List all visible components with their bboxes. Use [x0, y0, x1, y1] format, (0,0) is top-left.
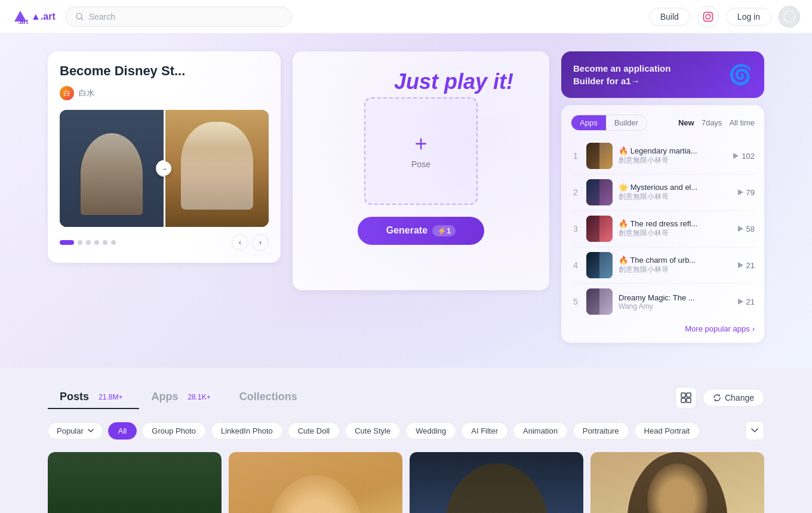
filter-tag-head-portrait[interactable]: Head Portrait	[634, 422, 700, 440]
filter-tag-wedding[interactable]: Wedding	[405, 422, 456, 440]
apps-list: 1 🔥 Legendary martia... 創意無限小林哥	[571, 138, 755, 320]
app-info-4: 🔥 The charm of urb... 創意無限小林哥	[619, 256, 731, 275]
avatar-icon	[783, 11, 795, 23]
middle-card: + Pose Generate ⚡1	[293, 51, 549, 290]
app-creator-5: Wang Amy	[619, 302, 731, 311]
instagram-button[interactable]	[697, 6, 719, 27]
app-title-2: Mysterious and el...	[630, 183, 698, 192]
app-plays-1: 102	[732, 152, 755, 161]
play-count-1: 102	[742, 152, 755, 161]
refresh-icon	[713, 394, 721, 402]
more-link-text: More popular apps	[685, 324, 749, 333]
filter-tag-cute-doll[interactable]: Cute Doll	[288, 422, 340, 440]
filter-alltime[interactable]: All time	[729, 118, 755, 127]
logo[interactable]: .art ▲.art	[12, 8, 56, 25]
filter-tag-animation[interactable]: Animation	[513, 422, 568, 440]
search-input[interactable]	[89, 12, 282, 21]
filter-tag-group-photo[interactable]: Group Photo	[142, 422, 206, 440]
dot-1[interactable]	[60, 240, 74, 245]
prev-arrow[interactable]: ‹	[232, 234, 248, 251]
grid-toggle-button[interactable]	[675, 387, 697, 408]
filter-tag-all[interactable]: All	[108, 422, 137, 440]
generate-button[interactable]: Generate ⚡1	[358, 217, 485, 245]
app-rank-4: 4	[571, 260, 580, 270]
app-title-3: The red dress refl...	[630, 219, 697, 228]
play-count-3: 58	[746, 225, 755, 234]
logo-text: ▲.art	[31, 11, 56, 22]
user-avatar[interactable]	[779, 6, 800, 27]
builder-icon: 🌀	[728, 63, 752, 86]
app-item-3[interactable]: 3 🔥 The red dress refl... 創意無限小林哥	[571, 211, 755, 247]
play-icon-3	[737, 225, 744, 232]
change-button[interactable]: Change	[703, 389, 764, 407]
app-info-3: 🔥 The red dress refl... 創意無限小林哥	[619, 219, 731, 238]
app-title-5: Dreamy Magic: The ...	[619, 293, 695, 302]
search-bar[interactable]	[65, 7, 292, 27]
app-info-2: 🌟 Mysterious and el... 創意無限小林哥	[619, 183, 731, 202]
author-name: 白水	[79, 88, 94, 99]
builder-subtitle: Builder for a1→	[573, 75, 670, 87]
dot-3[interactable]	[86, 240, 91, 245]
tab-collections[interactable]: Collections	[227, 386, 309, 409]
filter-tag-portraiture[interactable]: Portraiture	[573, 422, 629, 440]
app-info-5: Dreamy Magic: The ... Wang Amy	[619, 293, 731, 311]
apps-tab-group: Apps Builder	[571, 115, 647, 131]
posts-section: Posts 21.8M+ Apps 28.1K+ Collections	[0, 368, 812, 513]
app-item-1[interactable]: 1 🔥 Legendary martia... 創意無限小林哥	[571, 138, 755, 174]
filter-tag-cute-style[interactable]: Cute Style	[345, 422, 401, 440]
play-count-2: 79	[746, 188, 755, 197]
filter-dropdown[interactable]: Popular	[48, 422, 103, 440]
image-card-2[interactable]	[229, 452, 402, 513]
time-filters: New 7days All time	[678, 118, 755, 127]
image-card-4[interactable]	[590, 452, 764, 513]
build-button[interactable]: Build	[649, 8, 690, 26]
filter-tag-ai-filter[interactable]: AI Filter	[461, 422, 508, 440]
builder-banner[interactable]: Become an application Builder for a1→ 🌀	[561, 51, 764, 98]
header-right: Build Log in	[649, 6, 800, 27]
app-creator-1: 創意無限小林哥	[619, 155, 726, 165]
app-title-1: Legendary martia...	[630, 146, 697, 155]
result-image: Result	[165, 110, 269, 227]
app-thumb-5	[586, 288, 613, 315]
tab-posts[interactable]: Posts 21.8M+	[48, 386, 139, 409]
more-popular-apps-link[interactable]: More popular apps ›	[571, 324, 755, 333]
comparison-image: Input → Result	[60, 110, 269, 227]
tab-posts-badge: 21.8M+	[94, 392, 127, 403]
builder-title: Become an application	[573, 62, 670, 75]
tab-posts-label: Posts	[60, 391, 89, 403]
dot-5[interactable]	[103, 240, 107, 245]
svg-marker-7	[733, 153, 739, 159]
card-author: 白 白水	[60, 86, 269, 100]
app-name-1: 🔥 Legendary martia...	[619, 146, 726, 155]
generate-cost: ⚡1	[432, 225, 456, 236]
app-thumb-1	[586, 143, 613, 169]
app-item-4[interactable]: 4 🔥 The charm of urb... 創意無限小林哥	[571, 247, 755, 284]
app-rank-1: 1	[571, 151, 580, 161]
image-card-1[interactable]	[48, 452, 222, 513]
tab-apps-label: Apps	[151, 391, 178, 403]
pose-label: Pose	[411, 159, 430, 169]
dot-4[interactable]	[94, 240, 99, 245]
dot-6[interactable]	[111, 240, 116, 245]
tab-apps[interactable]: Apps	[571, 115, 606, 130]
tab-apps-badge: 28.1K+	[183, 392, 215, 403]
svg-marker-11	[738, 299, 743, 305]
filter-tag-linkedin[interactable]: LinkedIn Photo	[211, 422, 283, 440]
tab-collections-label: Collections	[239, 391, 297, 403]
play-count-5: 21	[746, 297, 755, 306]
filter-expand-button[interactable]	[745, 421, 764, 440]
next-arrow[interactable]: ›	[252, 234, 269, 251]
pose-box[interactable]: + Pose	[364, 97, 478, 205]
image-card-3[interactable]	[410, 452, 583, 513]
app-name-2: 🌟 Mysterious and el...	[619, 183, 731, 192]
grid-icon	[681, 392, 691, 403]
logo-icon: .art	[12, 8, 29, 25]
tab-apps[interactable]: Apps 28.1K+	[139, 386, 227, 409]
filter-new[interactable]: New	[678, 118, 694, 127]
dot-2[interactable]	[78, 240, 82, 245]
filter-7days[interactable]: 7days	[702, 118, 722, 127]
app-item-5[interactable]: 5 Dreamy Magic: The ... Wang Amy	[571, 284, 755, 320]
login-button[interactable]: Log in	[726, 8, 771, 26]
tab-builder[interactable]: Builder	[606, 115, 647, 130]
app-item-2[interactable]: 2 🌟 Mysterious and el... 創意無限小林哥	[571, 174, 755, 211]
